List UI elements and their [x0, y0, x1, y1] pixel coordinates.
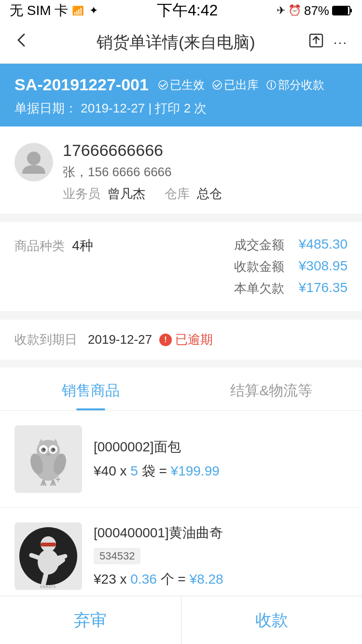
svg-rect-3 — [333, 7, 348, 14]
status-bar: 无 SIM 卡 📶 ✦ 下午4:42 ✈ ⏰ 87% — [0, 0, 362, 21]
summary-right: 成交金额 ¥485.30 收款金额 ¥308.95 本单欠款 ¥176.35 — [234, 237, 348, 297]
product-price-1: ¥40 x 5 袋 = ¥199.99 — [94, 462, 348, 480]
customer-phone: 17666666666 — [63, 141, 348, 160]
bottom-bar: 弃审 收款 — [0, 596, 362, 644]
date-label: 单据日期： — [14, 101, 77, 115]
deal-amount-row: 成交金额 ¥485.30 — [234, 237, 348, 253]
svg-text:+: + — [56, 475, 61, 484]
svg-point-6 — [159, 81, 167, 89]
warehouse-label: 仓库 — [165, 186, 190, 201]
collect-button[interactable]: 收款 — [181, 596, 362, 644]
product-item-2: KARATE [000400001]黄油曲奇 534532 ¥23 x 0.36… — [0, 508, 362, 605]
location-icon: ✈ — [277, 4, 285, 17]
collected-label: 收款金额 — [234, 258, 284, 275]
more-button[interactable]: ··· — [334, 35, 348, 50]
overdue-badge: ! 已逾期 — [159, 331, 213, 348]
svg-point-21 — [43, 448, 45, 450]
print-info: | 打印 2 次 — [148, 101, 207, 115]
svg-point-11 — [27, 152, 41, 165]
battery-icon — [332, 5, 352, 16]
alarm-icon: ⏰ — [288, 4, 301, 17]
product-item: + [0000002]面包 ¥40 x 5 袋 = ¥199.99 — [0, 411, 362, 508]
svg-point-7 — [213, 81, 222, 89]
svg-rect-38 — [41, 543, 56, 546]
product-price-2: ¥23 x 0.36 个 = ¥8.28 — [94, 570, 348, 588]
wifi-text: ✦ — [89, 4, 98, 17]
collected-value: ¥308.95 — [299, 258, 348, 275]
salesperson-label: 业务员 — [63, 186, 100, 201]
customer-meta: 业务员 曾凡杰 仓库 总仓 — [63, 185, 348, 202]
product-image-2: KARATE — [14, 522, 82, 590]
wifi-icon: 📶 — [72, 6, 85, 15]
page-title: 销货单详情(来自电脑) — [97, 31, 255, 54]
due-section: 收款到期日 2019-12-27 ! 已逾期 — [0, 320, 362, 360]
order-date: 2019-12-27 — [81, 101, 145, 115]
salesperson-value: 曾凡杰 — [108, 186, 145, 201]
avatar-icon — [19, 148, 48, 177]
order-date-row: 单据日期： 2019-12-27 | 打印 2 次 — [14, 100, 348, 117]
tab-settlement[interactable]: 结算&物流等 — [181, 367, 362, 410]
order-number: SA-20191227-001 — [14, 75, 149, 94]
badge-effective: 已生效 — [158, 77, 205, 93]
customer-name: 张，156 6666 6666 — [63, 164, 348, 181]
due-label: 收款到期日 — [14, 331, 77, 348]
svg-line-42 — [56, 556, 65, 559]
deal-amount-label: 成交金额 — [234, 237, 284, 253]
nav-actions: ··· — [308, 33, 348, 52]
status-left: 无 SIM 卡 📶 ✦ — [10, 1, 98, 20]
badge-partial: 部分收款 — [266, 77, 324, 93]
due-date-value: 2019-12-27 — [88, 332, 152, 347]
overdue-text: 已逾期 — [175, 331, 213, 348]
owed-label: 本单欠款 — [234, 280, 284, 297]
product-name-1: [0000002]面包 — [94, 438, 348, 456]
product-info-1: [0000002]面包 ¥40 x 5 袋 = ¥199.99 — [94, 438, 348, 480]
customer-section: 17666666666 张，156 6666 6666 业务员 曾凡杰 仓库 总… — [0, 126, 362, 214]
svg-text:📶: 📶 — [72, 6, 84, 15]
product-name-2: [000400001]黄油曲奇 — [94, 524, 348, 542]
status-badges: 已生效 已出库 部分收款 — [158, 77, 324, 93]
svg-text:KARATE: KARATE — [40, 585, 56, 588]
no-sim-text: 无 SIM 卡 — [10, 1, 68, 20]
time-display: 下午4:42 — [157, 0, 218, 21]
tabs-section: 销售商品 结算&物流等 — [0, 367, 362, 411]
warehouse-value: 总仓 — [197, 186, 222, 201]
svg-rect-2 — [350, 9, 352, 13]
product-logo-icon: KARATE — [14, 522, 82, 590]
owed-value: ¥176.35 — [299, 280, 348, 297]
svg-point-22 — [53, 448, 55, 450]
summary-section: 商品种类 4种 成交金额 ¥485.30 收款金额 ¥308.95 本单欠款 ¥… — [0, 222, 362, 312]
customer-info: 17666666666 张，156 6666 6666 业务员 曾凡杰 仓库 总… — [63, 141, 348, 202]
back-button[interactable] — [14, 29, 43, 55]
summary-left: 商品种类 4种 — [14, 237, 93, 255]
badge-shipped: 已出库 — [212, 77, 259, 93]
tab-products[interactable]: 销售商品 — [0, 367, 181, 410]
kinds-label: 商品种类 — [14, 238, 65, 253]
status-right: ✈ ⏰ 87% — [277, 3, 352, 18]
svg-line-43 — [43, 574, 46, 584]
product-info-2: [000400001]黄油曲奇 534532 ¥23 x 0.36 个 = ¥8… — [94, 524, 348, 588]
abandon-button[interactable]: 弃审 — [0, 596, 181, 644]
svg-text:!: ! — [164, 336, 167, 344]
product-image-1: + — [14, 425, 82, 493]
product-owl-icon: + — [14, 425, 82, 493]
kinds-value: 4种 — [72, 238, 93, 253]
product-batch-2: 534532 — [94, 548, 140, 564]
battery-text: 87% — [304, 3, 329, 18]
share-button[interactable] — [308, 33, 324, 52]
products-section: + [0000002]面包 ¥40 x 5 袋 = ¥199.99 — [0, 411, 362, 605]
owed-row: 本单欠款 ¥176.35 — [234, 280, 348, 297]
collected-row: 收款金额 ¥308.95 — [234, 258, 348, 275]
deal-amount-value: ¥485.30 — [299, 237, 348, 253]
nav-bar: 销货单详情(来自电脑) ··· — [0, 21, 362, 64]
order-header: SA-20191227-001 已生效 已出库 部分收款 单据日期： 2019-… — [0, 64, 362, 126]
overdue-icon: ! — [159, 333, 172, 347]
customer-avatar — [14, 143, 53, 182]
